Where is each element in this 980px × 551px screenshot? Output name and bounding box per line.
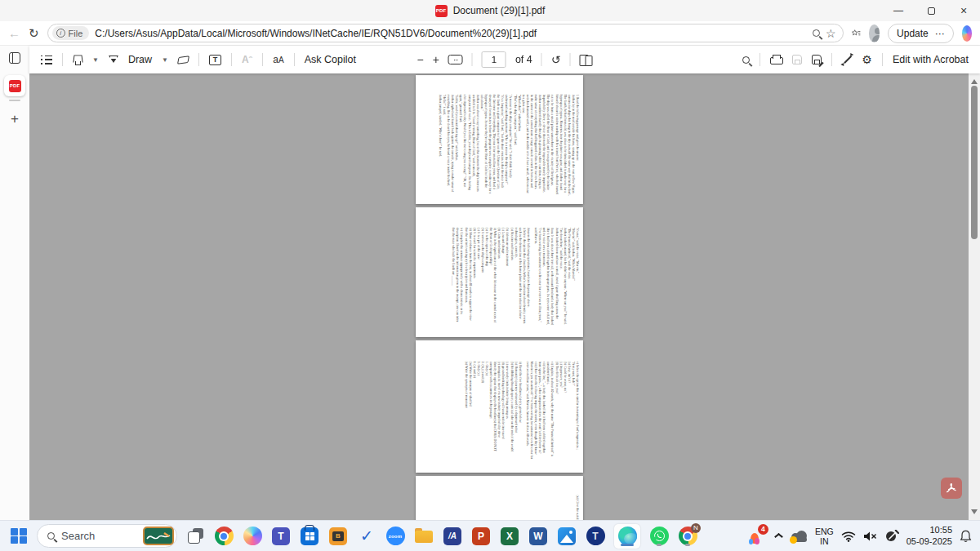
pdf-page-3[interactable]: v) Select the option that is similar in …	[416, 340, 583, 473]
eraser-icon[interactable]	[177, 56, 189, 64]
restore-button[interactable]	[915, 0, 947, 21]
file-explorer-button[interactable]	[413, 526, 434, 547]
search-daily-image[interactable]	[143, 527, 174, 545]
excel-button[interactable]: X	[499, 526, 520, 547]
notification-bell-icon[interactable]	[960, 530, 972, 543]
page-view-icon[interactable]	[579, 55, 592, 65]
whatsapp-button[interactable]	[648, 526, 670, 547]
update-button[interactable]: Update ···	[888, 24, 954, 43]
todo-check-icon: ✓	[360, 527, 373, 545]
app-b-button[interactable]: B	[327, 526, 349, 547]
zoom-button[interactable]: zoom	[385, 526, 406, 547]
back-icon[interactable]: ←	[8, 26, 20, 40]
task-view-button[interactable]	[185, 526, 206, 547]
chevron-down-icon[interactable]: ▼	[162, 56, 168, 64]
ask-copilot-button[interactable]: Ask Copilot	[305, 54, 356, 65]
pdf-page-4[interactable]: (xi) Give the suitable title to the pass…	[416, 476, 583, 520]
draw-pen-icon[interactable]	[109, 56, 118, 68]
teams-button[interactable]: T	[270, 526, 292, 547]
divider	[569, 53, 570, 66]
page-number-input[interactable]: 1	[482, 51, 506, 68]
t-app-button[interactable]: T	[585, 526, 606, 547]
app-b-icon: B	[329, 527, 347, 545]
translate-icon[interactable]	[273, 54, 283, 65]
zoom-out-icon[interactable]: −	[417, 53, 424, 66]
taskbar: Search T B ✓ zoom /A P X W T N 4 ENG I	[0, 520, 980, 551]
active-pdf-tab[interactable]: PDF	[4, 75, 25, 96]
language-indicator[interactable]: ENG IN	[815, 527, 834, 546]
system-tray: 4 ENG IN 10:55 05-09-2025	[747, 525, 975, 547]
browser-navbar: ← ↻ i File C:/Users/Asus/AppData/Local/M…	[0, 21, 980, 46]
tab-actions-icon[interactable]	[9, 52, 20, 64]
acrobat-float-button[interactable]	[941, 478, 962, 499]
settings-gear-icon[interactable]: ⚙	[862, 53, 872, 66]
running-app-indicator	[685, 544, 690, 546]
todo-button[interactable]: ✓	[356, 526, 377, 547]
scroll-up-arrow[interactable]	[971, 76, 978, 84]
store-button[interactable]	[299, 526, 320, 547]
notification-count-badge: 4	[758, 524, 768, 535]
photos-button[interactable]	[556, 526, 577, 547]
search-icon[interactable]	[813, 29, 820, 37]
minimize-button[interactable]: —	[882, 0, 915, 21]
chevron-down-icon[interactable]: ▼	[92, 56, 99, 64]
url-text[interactable]: C:/Users/Asus/AppData/Local/Microsoft/Wi…	[95, 28, 807, 39]
save-as-icon[interactable]	[812, 55, 822, 64]
page-count-label: of 4	[515, 54, 532, 65]
draw-label[interactable]: Draw	[128, 54, 152, 65]
volume-muted-icon[interactable]	[863, 531, 878, 542]
zoom-in-icon[interactable]: +	[433, 53, 439, 66]
find-icon[interactable]	[742, 56, 750, 64]
address-bar[interactable]: i File C:/Users/Asus/AppData/Local/Micro…	[47, 24, 844, 42]
hidden-icons-chevron[interactable]	[774, 532, 782, 540]
scrollbar[interactable]	[969, 73, 980, 520]
rotate-icon[interactable]: ↺	[551, 53, 561, 66]
copilot-button[interactable]	[242, 526, 263, 547]
settings-menu-dots[interactable]: ···	[935, 28, 945, 39]
word-icon: W	[529, 527, 547, 545]
contents-icon[interactable]	[41, 56, 52, 64]
divider	[262, 53, 263, 66]
expand-icon[interactable]	[842, 55, 852, 64]
pdf-page-1[interactable]: I. Read the following passage and give t…	[416, 75, 583, 204]
divider	[882, 53, 883, 66]
scroll-down-arrow[interactable]	[971, 509, 978, 518]
favorites-bar-icon[interactable]	[852, 27, 861, 40]
acrobat-float-icon	[945, 482, 958, 495]
start-button[interactable]	[8, 526, 29, 547]
pen-input-icon[interactable]	[885, 530, 899, 542]
running-app-indicator	[657, 544, 662, 546]
close-button[interactable]: ×	[947, 0, 980, 21]
fit-width-icon[interactable]: ↔	[448, 55, 463, 64]
word-button[interactable]: W	[528, 526, 549, 547]
powerpoint-button[interactable]: P	[470, 526, 492, 547]
divider	[831, 53, 832, 66]
edge-button[interactable]	[613, 526, 641, 547]
teams-icon: T	[272, 527, 290, 545]
text-box-icon[interactable]: T	[209, 55, 221, 65]
file-chip[interactable]: i File	[52, 26, 90, 40]
monitor-tray-button[interactable]: 4	[747, 527, 767, 546]
chrome-profile-button[interactable]: N	[677, 526, 698, 547]
print-icon[interactable]	[770, 56, 782, 65]
new-tab-icon[interactable]: +	[11, 111, 19, 127]
profile-avatar[interactable]	[869, 24, 880, 42]
active-app-indicator	[621, 544, 634, 546]
edit-with-acrobat-button[interactable]: Edit with Acrobat	[893, 54, 969, 65]
pdf-page-2[interactable]: "It's me," said the voice. "Marvin.""Mar…	[416, 207, 583, 337]
restore-icon	[928, 7, 935, 15]
clock[interactable]: 10:55 05-09-2025	[906, 525, 952, 547]
copilot-icon[interactable]	[962, 25, 972, 42]
read-aloud-icon[interactable]: A	[242, 54, 252, 65]
chrome-button[interactable]	[213, 526, 234, 547]
onedrive-icon[interactable]	[790, 531, 808, 542]
refresh-icon[interactable]: ↻	[29, 26, 39, 41]
app-a-button[interactable]: /A	[442, 526, 463, 547]
highlighter-icon[interactable]	[73, 55, 82, 65]
windows-start-icon	[11, 528, 27, 544]
scrollbar-thumb[interactable]	[971, 86, 978, 239]
save-icon[interactable]	[792, 55, 802, 64]
wifi-icon[interactable]	[841, 531, 856, 542]
favorite-star-icon[interactable]: ☆	[826, 27, 836, 40]
taskbar-search[interactable]: Search	[37, 524, 177, 548]
